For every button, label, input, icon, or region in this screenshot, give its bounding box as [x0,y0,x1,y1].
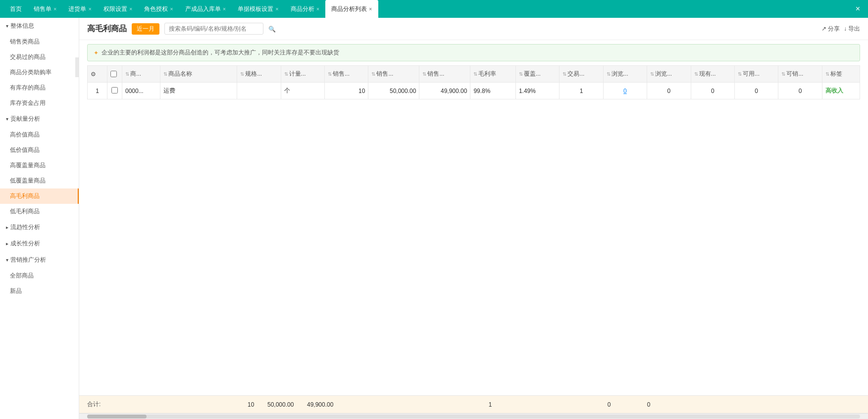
summary-current-stock: 0 [574,401,613,408]
scrollbar-thumb[interactable] [87,415,147,419]
arrow-right-icon: ▸ [6,225,8,230]
scrollbar-track [87,415,860,419]
nav-permission-settings[interactable]: 权限设置 × [98,0,138,18]
col-gross-rate[interactable]: ⇅ 毛利率 [470,66,516,83]
sidebar-item-sales-goods[interactable]: 销售类商品 [0,34,79,49]
close-icon[interactable]: × [316,6,319,12]
cell-saleable: 0 [778,83,822,99]
row-checkbox[interactable] [111,87,118,93]
export-button[interactable]: ↓ 导出 [844,25,860,33]
close-icon[interactable]: × [88,6,91,12]
horizontal-scrollbar[interactable] [79,413,868,419]
close-icon[interactable]: × [170,6,173,12]
col-settings[interactable]: ⚙ [88,66,107,83]
sidebar-item-stock-capital[interactable]: 库存资金占用 [0,95,79,111]
sidebar-item-traded-goods[interactable]: 交易过的商品 [0,49,79,65]
filter-recent-month-button[interactable]: 近一月 [132,23,159,35]
sidebar-item-low-margin[interactable]: 低毛利商品 [0,204,79,219]
cell-checkbox[interactable] [107,83,122,99]
data-table: ⚙ ⇅ 商... ⇅ [87,65,860,99]
col-browse1[interactable]: ⇅ 浏览... [603,66,647,83]
close-icon[interactable]: × [275,6,278,12]
summary-available: 0 [613,401,653,408]
col-spec[interactable]: ⇅ 规格... [237,66,281,83]
sort-icon: ⇅ [738,71,742,77]
col-trade[interactable]: ⇅ 交易... [560,66,603,83]
col-tag[interactable]: ⇅ 标签 [822,66,860,83]
col-coverage[interactable]: ⇅ 覆盖... [515,66,559,83]
sidebar-item-high-margin[interactable]: 高毛利商品 [0,188,79,204]
sidebar-item-low-coverage[interactable]: 低覆盖量商品 [0,173,79,188]
sidebar-group-overall[interactable]: ▾ 整体信息 [0,18,79,34]
nav-template-settings[interactable]: 单据模板设置 × [232,0,284,18]
summary-placeholder2 [396,401,455,408]
search-button[interactable]: 🔍 [268,25,276,33]
close-icon[interactable]: × [53,6,56,12]
sort-icon: ⇅ [562,71,566,77]
cell-trade: 1 [560,83,603,99]
col-sales-amount[interactable]: ⇅ 销售... [368,66,419,83]
close-icon[interactable]: × [223,6,226,12]
table-wrapper[interactable]: ⚙ ⇅ 商... ⇅ [79,65,868,395]
cell-browse1[interactable]: 0 [603,83,647,99]
nav-product-analysis-list[interactable]: 商品分析列表 × [325,0,378,18]
sidebar-item-high-value[interactable]: 高价值商品 [0,127,79,142]
col-sales-qty[interactable]: ⇅ 销售... [325,66,368,83]
col-checkbox[interactable] [107,66,122,83]
summary-label: 合计: [87,400,101,409]
cell-current-stock: 0 [691,83,734,99]
sort-icon: ⇅ [607,71,611,77]
search-input[interactable] [164,23,263,35]
sidebar-item-all-goods[interactable]: 全部商品 [0,268,79,283]
col-unit[interactable]: ⇅ 计量... [281,66,324,83]
sidebar-item-in-stock[interactable]: 有库存的商品 [0,80,79,95]
close-icon[interactable]: × [129,6,132,12]
info-icon: ✦ [94,49,99,56]
cell-tag: 高收入 [822,83,860,99]
sidebar-item-high-coverage[interactable]: 高覆盖量商品 [0,158,79,173]
sidebar-item-new-goods[interactable]: 新品 [0,283,79,299]
close-icon[interactable]: × [369,6,372,12]
sort-icon: ⇅ [125,71,129,77]
col-code[interactable]: ⇅ 商... [122,66,160,83]
sidebar-group-trend[interactable]: ▸ 流趋性分析 [0,219,79,235]
info-banner: ✦ 企业的主要的利润都是这部分商品创造的，可考虑加大推广，同时关注库存是不要出现… [87,44,860,61]
cell-sales-qty: 10 [325,83,368,99]
sidebar-collapse-button[interactable]: 《 [75,57,79,77]
col-saleable[interactable]: ⇅ 可销... [778,66,822,83]
col-available[interactable]: ⇅ 可用... [734,66,778,83]
close-app-button[interactable]: × [852,4,864,13]
header-actions: ↗ 分享 ↓ 导出 [821,25,860,33]
select-all-checkbox[interactable] [110,71,117,77]
sidebar-item-category-purchase-rate[interactable]: 商品分类助购率 [0,65,79,80]
cell-unit: 个 [281,83,324,99]
nav-purchase-order[interactable]: 进货单 × [62,0,97,18]
nav-sales-order[interactable]: 销售单 × [28,0,62,18]
content-area: 高毛利商品 近一月 🔍 ↗ 分享 ↓ 导出 ✦ 企业的主要的利润都是这部分商品创… [79,18,868,419]
table-row[interactable]: 1 0000... 运费 个 10 50,000.00 49,900.00 99… [88,83,860,99]
summary-trade: 1 [455,401,495,408]
sidebar-group-growth[interactable]: ▸ 成长性分析 [0,235,79,252]
sidebar-group-marketing[interactable]: ▾ 营销推广分析 [0,252,79,268]
nav-home[interactable]: 首页 [4,0,28,18]
nav-product-analysis[interactable]: 商品分析 × [285,0,325,18]
sidebar-item-low-value[interactable]: 低价值商品 [0,142,79,158]
col-sales-profit[interactable]: ⇅ 销售... [419,66,470,83]
nav-product-warehouse[interactable]: 产成品入库单 × [179,0,232,18]
sort-icon: ⇅ [163,71,167,77]
sort-icon: ⇅ [781,71,785,77]
sidebar-group-contribution[interactable]: ▾ 贡献量分析 [0,111,79,127]
main-layout: ▾ 整体信息 销售类商品 交易过的商品 商品分类助购率 有库存的商品 库存资金占… [0,18,868,419]
share-button[interactable]: ↗ 分享 [821,25,840,33]
col-browse2[interactable]: ⇅ 浏览... [647,66,691,83]
col-current-stock[interactable]: ⇅ 现有... [691,66,734,83]
cell-gross-rate: 99.8% [470,83,516,99]
sort-icon: ⇅ [650,71,654,77]
sort-icon: ⇅ [240,71,244,77]
sort-icon: ⇅ [825,71,829,77]
col-name[interactable]: ⇅ 商品名称 [160,66,237,83]
share-icon: ↗ [821,25,826,32]
cell-spec [237,83,281,99]
nav-role-auth[interactable]: 角色授权 × [138,0,179,18]
sort-icon: ⇅ [371,71,375,77]
